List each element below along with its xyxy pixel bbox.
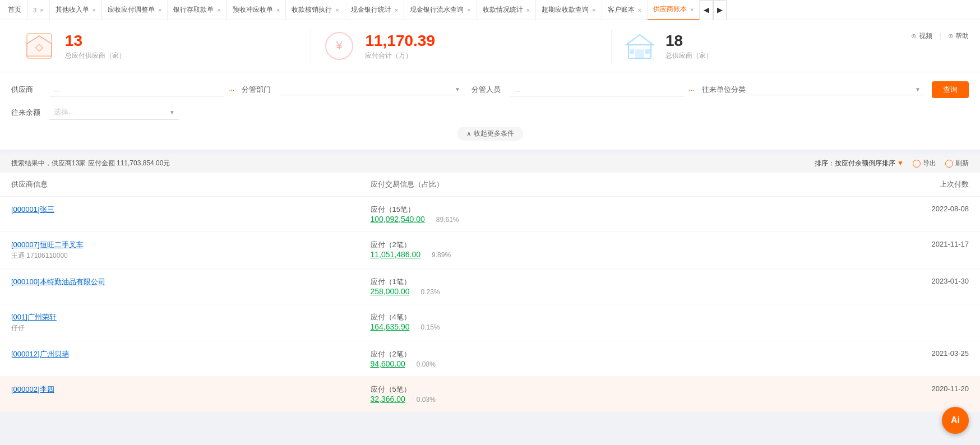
- nav-tab-customer-book[interactable]: 客户账本 ×: [602, 0, 648, 20]
- person-ellipsis[interactable]: ···: [688, 85, 695, 94]
- trans-label: 应付（4笔）: [371, 312, 730, 322]
- supplier-info: [000002]李四: [11, 384, 371, 395]
- nav-tab-supplier-book[interactable]: 供应商账本 ×: [648, 0, 700, 20]
- nav-tab-cash-flow[interactable]: 现金银行流水查询 ×: [404, 0, 477, 20]
- table-row[interactable]: [000002]李四 应付（5笔） 32,366.00 0.03% 2020-1…: [0, 377, 980, 412]
- close-icon[interactable]: ×: [638, 7, 641, 13]
- supplier-sub: 王通 17106110000: [11, 251, 371, 261]
- dept-dropdown[interactable]: ▼: [280, 84, 465, 95]
- close-icon[interactable]: ×: [335, 7, 339, 13]
- supplier-info: [000007]恒旺二手叉车 王通 17106110000: [11, 240, 371, 261]
- export-icon: [913, 160, 921, 168]
- nav-tab-overdue[interactable]: 超期应收款查询 ×: [536, 0, 602, 20]
- table-row[interactable]: [001]广州荣轩 仔仔 应付（4笔） 164,635.90 0.15%: [0, 304, 980, 341]
- all-suppliers-label: 总供应商（家）: [665, 51, 713, 61]
- svg-text:◇: ◇: [35, 41, 43, 53]
- collapse-button[interactable]: ∧ 收起更多条件: [457, 127, 523, 141]
- header-last-pay: 上次付数: [729, 179, 969, 189]
- close-icon[interactable]: ×: [40, 7, 43, 13]
- close-icon[interactable]: ×: [276, 7, 280, 13]
- sort-label: 排序：按应付余额倒序排序 ▼: [815, 159, 904, 168]
- person-input[interactable]: [510, 83, 684, 96]
- close-icon[interactable]: ×: [592, 7, 595, 13]
- nav-tab-receipt-stat[interactable]: 收款情况统计 ×: [477, 0, 536, 20]
- nav-tab-prepay[interactable]: 预收冲应收单 ×: [227, 0, 286, 20]
- table-row[interactable]: [000001]张三 应付（15笔） 100,092,540.00 89.61%…: [0, 197, 980, 232]
- transaction-info: 应付（1笔） 258,000.00 0.23%: [371, 277, 730, 296]
- help-link[interactable]: ⊙ 帮助: [948, 31, 969, 41]
- close-icon[interactable]: ×: [158, 7, 161, 13]
- supplier-ellipsis[interactable]: ···: [228, 85, 235, 94]
- trans-amount[interactable]: 164,635.90: [371, 322, 410, 331]
- supplier-link[interactable]: [000002]李四: [11, 384, 371, 395]
- chevron-down-icon[interactable]: ▼: [897, 159, 904, 167]
- video-link[interactable]: ⊙ 视频: [911, 31, 932, 41]
- export-button[interactable]: 导出: [913, 159, 936, 168]
- close-icon[interactable]: ×: [690, 6, 694, 13]
- collapse-section: ∧ 收起更多条件: [11, 127, 969, 141]
- trans-amount[interactable]: 11,051,486.00: [371, 250, 421, 259]
- table-row[interactable]: [000100]本特勤油品有限公司 应付（1笔） 258,000.00 0.23…: [0, 269, 980, 304]
- supplier-link[interactable]: [000100]本特勤油品有限公司: [11, 277, 371, 287]
- last-pay: 2021-03-25: [729, 349, 969, 358]
- nav-tab-bank[interactable]: 银行存取款单 ×: [168, 0, 226, 20]
- last-pay-date: 2021-11-17: [932, 240, 969, 248]
- trans-label: 应付（2笔）: [371, 240, 730, 250]
- trans-amount[interactable]: 32,366.00: [371, 395, 405, 404]
- result-bar: 搜索结果中，供应商13家 应付金额 111,703,854.00元 排序：按应付…: [0, 154, 980, 173]
- close-icon[interactable]: ×: [467, 7, 470, 13]
- result-summary: 搜索结果中，供应商13家 应付金额 111,703,854.00元: [11, 159, 170, 168]
- chevron-down-icon: ▼: [915, 86, 921, 92]
- nav-tab-adjust[interactable]: 应收应付调整单 ×: [102, 0, 168, 20]
- trans-amount[interactable]: 100,092,540.00: [371, 215, 425, 224]
- close-icon[interactable]: ×: [395, 7, 398, 13]
- summary-bar: ◇ 13 总应付供应商（家） ¥ 11,170.39 应付合计（万）: [0, 20, 980, 72]
- chevron-down-icon: ▼: [169, 109, 175, 115]
- card-content-suppliers: 13 总应付供应商（家）: [65, 31, 126, 61]
- total-amount-num: 11,170.39: [365, 31, 435, 50]
- nav-tab-3[interactable]: 3 ×: [27, 0, 50, 20]
- transaction-info: 应付（15笔） 100,092,540.00 89.61%: [371, 205, 730, 224]
- header-supplier: 供应商信息: [11, 179, 371, 189]
- supplier-link[interactable]: [000007]恒旺二手叉车: [11, 240, 371, 250]
- query-button[interactable]: 查询: [932, 81, 969, 98]
- help-icon: ⊙: [948, 32, 954, 40]
- right-actions: 排序：按应付余额倒序排序 ▼ 导出 刷新: [815, 159, 969, 168]
- close-icon[interactable]: ×: [526, 7, 530, 13]
- table-row[interactable]: [000007]恒旺二手叉车 王通 17106110000 应付（2笔） 11,…: [0, 232, 980, 269]
- supplier-info: [000001]张三: [11, 205, 371, 215]
- trans-percent: 9.89%: [432, 251, 451, 259]
- trans-label: 应付（2笔）: [371, 349, 730, 359]
- trans-amount[interactable]: 94,600.00: [371, 359, 405, 368]
- supplier-link[interactable]: [000001]张三: [11, 205, 371, 215]
- chevron-up-icon: ∧: [466, 130, 471, 138]
- nav-arrow-left[interactable]: ◀: [700, 0, 713, 20]
- table-row[interactable]: [000012]广州贝瑞 应付（2笔） 94,600.00 0.08% 2021…: [0, 341, 980, 377]
- supplier-label: 供应商: [11, 85, 45, 95]
- last-pay-date: 2022-08-08: [932, 205, 969, 213]
- supplier-field: 供应商 ···: [11, 83, 235, 96]
- transaction-info: 应付（4笔） 164,635.90 0.15%: [371, 312, 730, 331]
- nav-tab-home[interactable]: 首页: [2, 0, 27, 20]
- supplier-link[interactable]: [001]广州荣轩: [11, 312, 371, 322]
- balance-dropdown[interactable]: 选择... ▼: [49, 105, 179, 120]
- nav-tab-other-income[interactable]: 其他收入单 ×: [50, 0, 102, 20]
- refresh-icon: [945, 160, 953, 168]
- nav-tab-cash-stat[interactable]: 现金银行统计 ×: [345, 0, 404, 20]
- nav-arrow-right[interactable]: ▶: [713, 0, 727, 20]
- supplier-input[interactable]: [49, 83, 224, 96]
- trans-amount[interactable]: 258,000.00: [371, 287, 410, 296]
- supplier-link[interactable]: [000012]广州贝瑞: [11, 349, 371, 359]
- svg-text:¥: ¥: [336, 39, 343, 52]
- last-pay: 2022-08-08: [729, 205, 969, 213]
- close-icon[interactable]: ×: [93, 7, 96, 13]
- refresh-button[interactable]: 刷新: [945, 159, 969, 168]
- category-label: 往来单位分类: [702, 85, 746, 95]
- summary-card-suppliers: ◇ 13 总应付供应商（家）: [11, 29, 311, 63]
- category-dropdown[interactable]: ▼: [750, 84, 926, 95]
- search-row-1: 供应商 ··· 分管部门 ▼ 分管人员 ··· 往来单位分类 ▼ 查询: [11, 81, 969, 98]
- nav-tab-collection[interactable]: 收款核销执行 ×: [286, 0, 345, 20]
- card-content-total: 18 总供应商（家）: [665, 31, 713, 61]
- svg-rect-8: [635, 49, 644, 58]
- close-icon[interactable]: ×: [217, 7, 220, 13]
